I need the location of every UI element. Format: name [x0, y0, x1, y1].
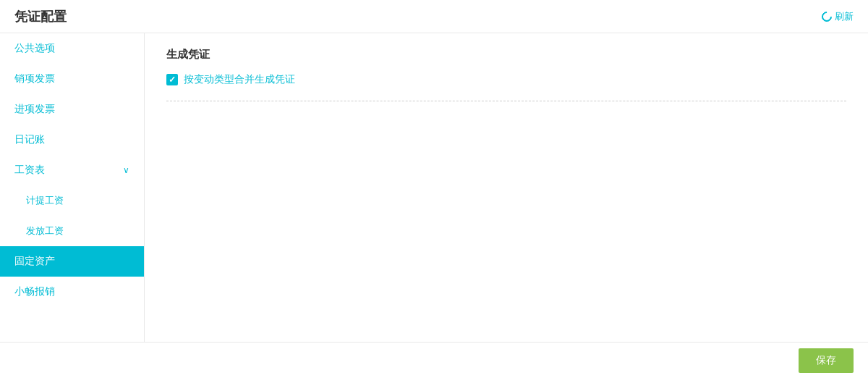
body: 公共选项销项发票进项发票日记账工资表∨计提工资发放工资固定资产小畅报销 生成凭证…	[0, 33, 868, 342]
refresh-button[interactable]: 刷新	[822, 10, 854, 23]
divider	[166, 101, 846, 101]
checkbox-row: ✓ 按变动类型合并生成凭证	[166, 73, 846, 86]
sidebar-item-payroll[interactable]: 工资表∨	[0, 155, 144, 185]
sidebar: 公共选项销项发票进项发票日记账工资表∨计提工资发放工资固定资产小畅报销	[0, 33, 145, 342]
page-title: 凭证配置	[14, 8, 67, 25]
sidebar-item-journal[interactable]: 日记账	[0, 125, 144, 155]
sidebar-item-public[interactable]: 公共选项	[0, 33, 144, 64]
sidebar-item-sales-invoice[interactable]: 销项发票	[0, 64, 144, 94]
sidebar-item-label: 日记账	[14, 133, 45, 146]
sidebar-item-calc-payroll[interactable]: 计提工资	[0, 185, 144, 216]
merge-checkbox[interactable]: ✓	[166, 74, 178, 85]
sidebar-item-label: 销项发票	[14, 72, 55, 85]
footer: 保存	[0, 342, 868, 378]
sidebar-item-purchase-invoice[interactable]: 进项发票	[0, 94, 144, 125]
main-content: 生成凭证 ✓ 按变动类型合并生成凭证	[145, 33, 868, 342]
check-mark: ✓	[169, 75, 176, 84]
checkbox-label[interactable]: 按变动类型合并生成凭证	[184, 73, 295, 86]
sidebar-item-expense[interactable]: 小畅报销	[0, 277, 144, 307]
sidebar-item-label: 公共选项	[14, 42, 55, 55]
chevron-down-icon: ∨	[123, 165, 129, 175]
save-button[interactable]: 保存	[799, 348, 854, 373]
sidebar-item-label: 工资表	[14, 164, 45, 177]
sidebar-item-label: 计提工资	[26, 194, 64, 207]
sidebar-item-label: 小畅报销	[14, 285, 55, 298]
sidebar-item-label: 固定资产	[14, 255, 55, 268]
refresh-icon	[820, 9, 834, 24]
refresh-label: 刷新	[835, 10, 854, 23]
header: 凭证配置 刷新	[0, 0, 868, 33]
page-wrapper: 凭证配置 刷新 公共选项销项发票进项发票日记账工资表∨计提工资发放工资固定资产小…	[0, 0, 868, 378]
sidebar-item-pay-payroll[interactable]: 发放工资	[0, 216, 144, 246]
sidebar-item-label: 发放工资	[26, 224, 64, 238]
section-title: 生成凭证	[166, 48, 846, 62]
sidebar-item-fixed-assets[interactable]: 固定资产	[0, 246, 144, 277]
sidebar-item-label: 进项发票	[14, 103, 55, 116]
